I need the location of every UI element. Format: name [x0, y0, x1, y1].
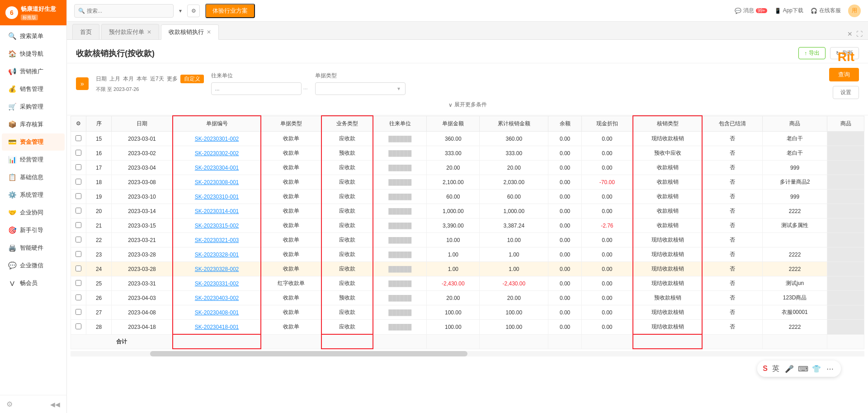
table-row[interactable]: 20 2023-03-14 SK-20230314-001 收款单 应收款 ██…: [71, 204, 864, 218]
cell-gear-3[interactable]: [71, 175, 86, 190]
sidebar-item-member[interactable]: V 畅会员: [2, 275, 65, 292]
cell-gear-4[interactable]: [71, 190, 86, 204]
bill-no-link-10[interactable]: SK-20230331-002: [195, 280, 239, 287]
table-row[interactable]: 17 2023-03-04 SK-20230304-001 收款单 应收款 ██…: [71, 161, 864, 175]
bill-no-link-4[interactable]: SK-20230310-001: [195, 194, 239, 200]
float-more-icon[interactable]: ⋯: [825, 363, 835, 374]
float-text-icon[interactable]: 英: [770, 363, 781, 374]
sidebar-bottom[interactable]: ⚙ ◀◀: [0, 395, 66, 413]
tab-fullscreen-icon[interactable]: ⛶: [856, 30, 863, 38]
app-download-btn[interactable]: 📱 App下载: [774, 7, 803, 14]
table-row[interactable]: 15 2023-03-01 SK-20230301-002 收款单 应收款 ██…: [71, 132, 864, 146]
table-row[interactable]: 16 2023-03-02 SK-20230302-002 收款单 预收款 ██…: [71, 146, 864, 161]
cell-gear-0[interactable]: [71, 132, 86, 146]
settings-btn[interactable]: 设置: [833, 86, 859, 99]
cell-gear-1[interactable]: [71, 146, 86, 161]
search-input[interactable]: [87, 8, 170, 14]
expand-btn[interactable]: ∨ 展开更多条件: [448, 101, 487, 109]
sidebar-item-quick-nav[interactable]: 🏠 快捷导航: [2, 45, 65, 62]
date-7days[interactable]: 近7天: [150, 75, 164, 83]
table-row[interactable]: 18 2023-03-08 SK-20230308-001 收款单 应收款 ██…: [71, 175, 864, 190]
cell-gear-7[interactable]: [71, 233, 86, 247]
refresh-btn[interactable]: ↻ 刷新: [830, 47, 859, 59]
cell-gear-9[interactable]: [71, 262, 86, 276]
cell-gear-6[interactable]: [71, 218, 86, 233]
tab-home[interactable]: 首页: [72, 24, 99, 39]
settings-icon[interactable]: ⚙: [6, 400, 13, 408]
bill-no-link-0[interactable]: SK-20230301-002: [195, 136, 239, 142]
date-last-month[interactable]: 上月: [109, 75, 120, 83]
sidebar-item-basic-info[interactable]: 📋 基础信息: [2, 169, 65, 186]
sidebar-item-sys-mgmt[interactable]: ⚙️ 系统管理: [2, 186, 65, 204]
cell-gear-10[interactable]: [71, 276, 86, 291]
float-shirt-icon[interactable]: 👕: [811, 363, 822, 374]
date-this-year[interactable]: 本年: [137, 75, 147, 83]
messages-btn[interactable]: 💬 消息 99+: [735, 7, 767, 14]
sidebar-item-wechat-biz[interactable]: 💬 企业微信: [2, 257, 65, 274]
tab-collection-close[interactable]: ✕: [207, 29, 211, 35]
horizontal-scrollbar[interactable]: [71, 351, 864, 356]
bill-no-link-9[interactable]: SK-20230328-002: [195, 266, 239, 272]
float-keyboard-icon[interactable]: ⌨: [797, 363, 808, 374]
sidebar-item-enterprise[interactable]: 🤝 企业协同: [2, 204, 65, 221]
table-row[interactable]: 26 2023-04-03 SK-20230403-002 收款单 预收款 ██…: [71, 291, 864, 305]
tab-close-all-icon[interactable]: ✕: [847, 30, 853, 38]
cell-gear-5[interactable]: [71, 204, 86, 218]
bill-no-link-12[interactable]: SK-20230408-001: [195, 309, 239, 316]
sidebar-item-capital-mgmt[interactable]: 💳 资金管理: [2, 133, 65, 151]
user-avatar[interactable]: 用: [848, 5, 861, 17]
cell-cash-discount-2: 0.00: [581, 161, 633, 175]
online-service-btn[interactable]: 🎧 在线客服: [811, 7, 841, 14]
bill-no-link-3[interactable]: SK-20230308-001: [195, 179, 239, 185]
search-bar[interactable]: 🔍: [74, 4, 174, 18]
table-row[interactable]: 27 2023-04-08 SK-20230408-001 收款单 应收款 ██…: [71, 305, 864, 320]
bill-type-select[interactable]: [315, 82, 406, 95]
bill-no-link-6[interactable]: SK-20230315-002: [195, 223, 239, 229]
query-btn[interactable]: 查询: [829, 68, 859, 81]
table-row[interactable]: 23 2023-03-28 SK-20230328-001 收款单 应收款 ██…: [71, 247, 864, 262]
date-more[interactable]: 更多: [167, 75, 178, 83]
sidebar-item-operations[interactable]: 📊 经营管理: [2, 151, 65, 168]
table-row[interactable]: 19 2023-03-10 SK-20230310-001 收款单 应收款 ██…: [71, 190, 864, 204]
cell-gear-13[interactable]: [71, 320, 86, 335]
table-row[interactable]: 22 2023-03-21 SK-20230321-003 收款单 应收款 ██…: [71, 233, 864, 247]
table-row[interactable]: 24 2023-03-28 SK-20230328-002 收款单 应收款 ██…: [71, 262, 864, 276]
table-row[interactable]: 28 2023-04-18 SK-20230418-001 收款单 应收款 ██…: [71, 320, 864, 335]
bill-no-link-7[interactable]: SK-20230321-003: [195, 237, 239, 243]
bill-no-link-1[interactable]: SK-20230302-002: [195, 150, 239, 157]
counterparty-input[interactable]: [211, 82, 302, 95]
sidebar-item-sales-mgmt[interactable]: 💰 销售管理: [2, 81, 65, 98]
tab-prepay-close[interactable]: ✕: [147, 29, 151, 35]
solution-btn[interactable]: 体验行业方案: [205, 4, 255, 18]
bill-no-link-2[interactable]: SK-20230304-001: [195, 165, 239, 171]
cell-bill-type-2: 收款单: [261, 161, 321, 175]
cell-gear-11[interactable]: [71, 291, 86, 305]
date-this-month[interactable]: 本月: [123, 75, 134, 83]
sidebar-item-marketing[interactable]: 📢 营销推广: [2, 63, 65, 80]
counterparty-dots[interactable]: ···: [303, 85, 308, 92]
float-mic-icon[interactable]: 🎤: [784, 363, 795, 374]
header-gear-btn[interactable]: ⚙: [187, 5, 200, 17]
export-btn[interactable]: ↑ 导出: [798, 47, 826, 59]
bill-no-link-13[interactable]: SK-20230418-001: [195, 324, 239, 330]
bill-no-link-5[interactable]: SK-20230314-001: [195, 208, 239, 214]
col-gear[interactable]: ⚙: [71, 116, 86, 132]
filter-toggle-btn[interactable]: »: [76, 77, 89, 90]
sidebar-item-purchase-mgmt[interactable]: 🛒 采购管理: [2, 98, 65, 115]
cell-gear-8[interactable]: [71, 247, 86, 262]
table-row[interactable]: 25 2023-03-31 SK-20230331-002 红字收款单 应收款 …: [71, 276, 864, 291]
sidebar-item-search-menu[interactable]: 🔍 搜索菜单: [2, 28, 65, 45]
tab-prepay[interactable]: 预付款应付单 ✕: [101, 24, 159, 39]
bill-no-link-8[interactable]: SK-20230328-001: [195, 252, 239, 258]
date-custom-btn[interactable]: 自定义: [180, 75, 204, 83]
collapse-icon[interactable]: ◀◀: [50, 401, 60, 408]
table-row[interactable]: 21 2023-03-15 SK-20230315-002 收款单 应收款 ██…: [71, 218, 864, 233]
cell-gear-12[interactable]: [71, 305, 86, 320]
header-dropdown[interactable]: ▾: [179, 8, 182, 14]
bill-no-link-11[interactable]: SK-20230403-002: [195, 295, 239, 301]
sidebar-item-smart-hw[interactable]: 🖨️ 智能硬件: [2, 239, 65, 256]
sidebar-item-inventory[interactable]: 📦 库存核算: [2, 116, 65, 133]
cell-gear-2[interactable]: [71, 161, 86, 175]
tab-collection[interactable]: 收款核销执行 ✕: [161, 24, 219, 40]
sidebar-item-newbie[interactable]: 🎯 新手引导: [2, 222, 65, 239]
